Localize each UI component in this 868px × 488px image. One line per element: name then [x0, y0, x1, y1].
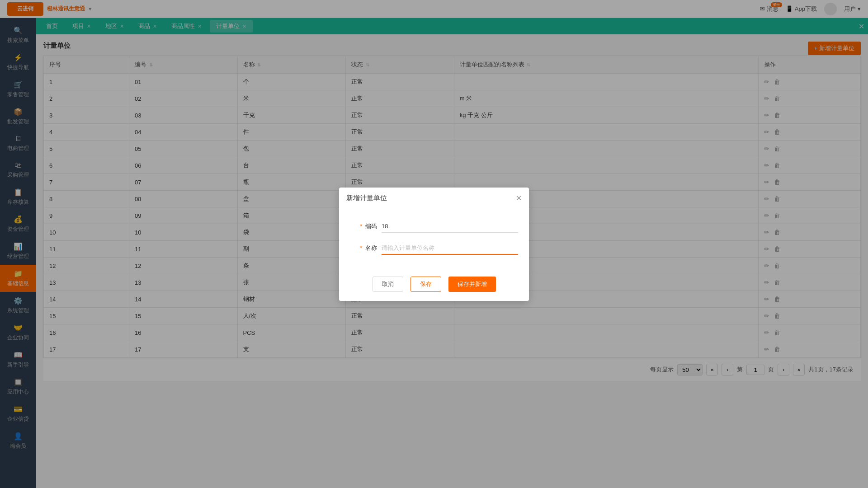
save-button[interactable]: 保存 [410, 277, 441, 292]
name-input[interactable] [382, 242, 518, 255]
form-row-name: * 名称 [350, 242, 518, 255]
code-input[interactable] [382, 220, 518, 233]
required-mark: * [360, 223, 362, 230]
name-label: * 名称 [350, 244, 377, 252]
cancel-button[interactable]: 取消 [373, 277, 403, 292]
add-uom-dialog: 新增计量单位 ✕ * 编码 * 名称 取消 保存 保存并新增 [339, 188, 529, 301]
form-row-code: * 编码 [350, 220, 518, 233]
dialog-body: * 编码 * 名称 [339, 209, 529, 271]
required-mark-2: * [360, 244, 362, 251]
dialog-title: 新增计量单位 [346, 194, 387, 202]
dialog-header: 新增计量单位 ✕ [339, 188, 529, 209]
dialog-footer: 取消 保存 保存并新增 [339, 271, 529, 301]
dialog-close-btn[interactable]: ✕ [516, 194, 522, 202]
code-label: * 编码 [350, 222, 377, 230]
dialog-overlay: 新增计量单位 ✕ * 编码 * 名称 取消 保存 保存并新增 [0, 0, 868, 488]
save-and-new-button[interactable]: 保存并新增 [448, 277, 496, 292]
